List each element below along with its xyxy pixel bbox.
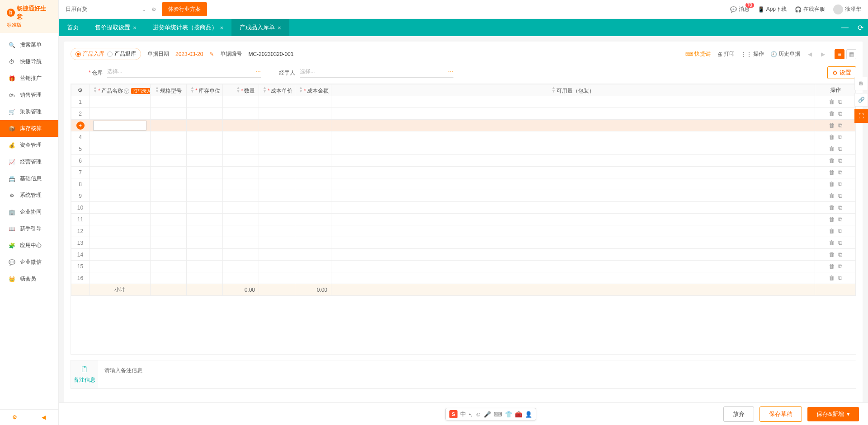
col-available[interactable]: ▲▼可用量（包装） (331, 84, 815, 96)
delete-row-icon[interactable]: 🗑 (829, 181, 835, 187)
warehouse-select[interactable]: 选择... ⋯ (107, 68, 261, 78)
delete-row-icon[interactable]: 🗑 (829, 134, 835, 140)
close-icon[interactable]: × (220, 24, 224, 31)
col-price[interactable]: ▲▼*成本单价 (259, 84, 295, 96)
store-selector[interactable]: 日用百货 ⌄ (66, 5, 146, 13)
delete-row-icon[interactable]: 🗑 (829, 216, 835, 223)
copy-row-icon[interactable]: ⧉ (838, 204, 842, 211)
copy-row-icon[interactable]: ⧉ (838, 134, 842, 140)
sidebar-collapse-icon[interactable]: ◀ (29, 410, 59, 425)
tab-2[interactable]: 进货单统计表（按商品）× (145, 19, 232, 36)
col-unit[interactable]: ▲▼*库存单位 (187, 84, 223, 96)
discard-button[interactable]: 放弃 (723, 406, 754, 422)
rail-link-icon[interactable]: 🔗 (854, 93, 868, 107)
date-value[interactable]: 2023-03-20 (175, 51, 203, 57)
user-menu[interactable]: 徐泽华 (833, 5, 861, 14)
copy-row-icon[interactable]: ⧉ (838, 251, 842, 258)
delete-row-icon[interactable]: 🗑 (829, 204, 835, 211)
sidebar-item-4[interactable]: 🛒采购管理 (0, 103, 58, 120)
ime-skin-icon[interactable]: 👕 (505, 411, 512, 418)
table-row[interactable]: 10🗑⧉ (71, 202, 856, 214)
next-doc-button[interactable]: ▶ (820, 51, 826, 57)
delete-row-icon[interactable]: 🗑 (829, 263, 835, 270)
scan-tag[interactable]: 扫码录入 (131, 88, 151, 94)
save-new-button[interactable]: 保存&新增 ▾ (807, 407, 859, 421)
rail-doc-icon[interactable]: 🗎 (854, 77, 868, 90)
handler-select[interactable]: 选择... ⋯ (300, 68, 453, 78)
copy-row-icon[interactable]: ⧉ (838, 263, 842, 270)
copy-row-icon[interactable]: ⧉ (838, 122, 842, 129)
refresh-button[interactable]: ⟳ (853, 19, 868, 36)
add-row-button[interactable]: + (76, 121, 85, 130)
close-icon[interactable]: × (133, 24, 137, 31)
copy-row-icon[interactable]: ⧉ (838, 157, 842, 164)
delete-row-icon[interactable]: 🗑 (829, 251, 835, 258)
sidebar-item-5[interactable]: 📦库存核算 (0, 120, 58, 137)
col-amount[interactable]: ▲▼*成本金额 (295, 84, 331, 96)
sidebar-item-14[interactable]: 👑畅会员 (0, 271, 58, 287)
ime-emoji-icon[interactable]: ☺ (475, 411, 481, 418)
table-row[interactable]: 11🗑⧉ (71, 214, 856, 225)
view-card-button[interactable]: ▦ (846, 49, 856, 59)
support-link[interactable]: 🎧 在线客服 (795, 5, 825, 13)
table-row[interactable]: 15🗑⧉ (71, 261, 856, 272)
sidebar-item-0[interactable]: 🔍搜索菜单 (0, 37, 58, 53)
radio-product-out[interactable]: 产品退库 (107, 50, 136, 58)
copy-row-icon[interactable]: ⧉ (838, 181, 842, 187)
copy-row-icon[interactable]: ⧉ (838, 275, 842, 281)
column-settings-header[interactable]: ⚙ (71, 84, 90, 96)
delete-row-icon[interactable]: 🗑 (829, 98, 835, 105)
more-icon[interactable]: ⋯ (255, 69, 261, 75)
close-icon[interactable]: × (278, 24, 281, 31)
messages-link[interactable]: 💬 消息 70 (730, 5, 750, 13)
copy-row-icon[interactable]: ⧉ (838, 145, 842, 152)
sidebar-item-8[interactable]: 📇基础信息 (0, 170, 58, 187)
radio-product-in[interactable]: 产品入库 (75, 50, 104, 58)
table-row[interactable]: 12🗑⧉ (71, 225, 856, 237)
table-row[interactable]: 8🗑⧉ (71, 178, 856, 190)
sidebar-item-3[interactable]: 🛍销售管理 (0, 87, 58, 103)
col-spec[interactable]: ▲▼规格型号 (151, 84, 187, 96)
delete-row-icon[interactable]: 🗑 (829, 145, 835, 152)
ime-keyboard-icon[interactable]: ⌨ (494, 411, 502, 418)
sidebar-item-13[interactable]: 💬企业微信 (0, 254, 58, 271)
copy-row-icon[interactable]: ⧉ (838, 192, 842, 199)
remarks-input[interactable] (98, 360, 856, 388)
delete-row-icon[interactable]: 🗑 (829, 228, 835, 234)
more-icon[interactable]: ⋯ (448, 69, 453, 75)
delete-row-icon[interactable]: 🗑 (829, 122, 835, 129)
col-product[interactable]: ▲▼*产品名称?扫码录入 (90, 84, 151, 96)
prev-doc-button[interactable]: ◀ (807, 51, 813, 57)
copy-row-icon[interactable]: ⧉ (838, 169, 842, 176)
table-row[interactable]: 14🗑⧉ (71, 249, 856, 261)
minimize-button[interactable]: — (837, 19, 853, 36)
delete-row-icon[interactable]: 🗑 (829, 275, 835, 281)
ime-user-icon[interactable]: 👤 (525, 411, 532, 418)
save-draft-button[interactable]: 保存草稿 (760, 406, 802, 422)
product-input[interactable] (93, 121, 146, 131)
ime-toolbox-icon[interactable]: 🧰 (515, 411, 522, 418)
col-qty[interactable]: ▲▼*数量 (223, 84, 259, 96)
table-row[interactable]: 1🗑⧉ (71, 96, 856, 108)
column-settings-button[interactable]: ⚙ 设置 (827, 66, 856, 79)
ime-lang[interactable]: 中 (460, 410, 466, 418)
ime-punct-icon[interactable]: •, (469, 411, 472, 418)
operate-button[interactable]: ⋮⋮ 操作 (741, 50, 764, 58)
table-row[interactable]: +🗑⧉ (71, 120, 856, 131)
table-row[interactable]: 9🗑⧉ (71, 190, 856, 202)
store-settings-icon[interactable]: ⚙ (151, 6, 156, 13)
delete-row-icon[interactable]: 🗑 (829, 157, 835, 164)
delete-row-icon[interactable]: 🗑 (829, 110, 835, 117)
ime-voice-icon[interactable]: 🎤 (484, 411, 491, 418)
table-row[interactable]: 5🗑⧉ (71, 143, 856, 155)
copy-row-icon[interactable]: ⧉ (838, 110, 842, 117)
table-row[interactable]: 16🗑⧉ (71, 272, 856, 284)
edit-date-icon[interactable]: ✎ (209, 51, 214, 57)
sidebar-item-7[interactable]: 📈经营管理 (0, 154, 58, 170)
table-row[interactable]: 2🗑⧉ (71, 108, 856, 120)
history-button[interactable]: 🕘 历史单据 (770, 50, 800, 58)
help-icon[interactable]: ? (124, 89, 129, 94)
sidebar-item-11[interactable]: 📖新手引导 (0, 220, 58, 237)
print-button[interactable]: 🖨 打印 (717, 50, 735, 58)
sidebar-item-12[interactable]: 🧩应用中心 (0, 237, 58, 254)
